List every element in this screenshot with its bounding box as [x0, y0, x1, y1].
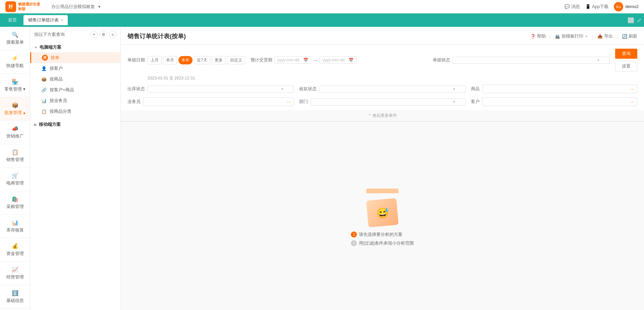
- tab-home[interactable]: 首页: [3, 15, 22, 25]
- by-salesperson-icon: 📊: [41, 98, 47, 104]
- basic-info-icon: ℹ️: [12, 290, 18, 296]
- scheme-item-by-customer[interactable]: 👤 按客户: [30, 63, 120, 74]
- scheme-item-by-customer-product[interactable]: 🔗 按客户+商品: [30, 85, 120, 95]
- date-btn-this-month[interactable]: 本月: [163, 56, 177, 64]
- sidebar-label-finance-mgmt: 资金管理: [6, 251, 24, 257]
- scheme-item-by-product[interactable]: 📦 按商品: [30, 74, 120, 85]
- user-area[interactable]: Ea demo2: [614, 2, 639, 11]
- filter-payment-status: 收款状态 ▼: [299, 86, 466, 93]
- tab-expand-icon[interactable]: ⤢: [637, 17, 641, 23]
- sidebar-item-quick-nav[interactable]: ⚡ 快捷导航: [0, 50, 30, 74]
- purchase-mgmt-icon: 🛍️: [12, 196, 18, 202]
- sidebar-item-ops-mgmt[interactable]: 📈 经营管理: [0, 262, 30, 285]
- content-area: 按以下方案查询 + ⚙ « ▼ 电脑端方案 按: [30, 27, 644, 310]
- by-salesperson-label: 按业务员: [50, 98, 67, 104]
- date-btn-last-month[interactable]: 上月: [148, 56, 162, 64]
- left-panel-add-btn[interactable]: +: [90, 31, 98, 38]
- sidebar-item-sales-mgmt[interactable]: 📋 销售管理: [0, 144, 30, 168]
- sidebar-item-basic-info[interactable]: ℹ️ 基础信息: [0, 285, 30, 309]
- sidebar-item-search-menu[interactable]: 🔍 搜索菜单: [0, 27, 30, 50]
- salesperson-select[interactable]: ···: [143, 97, 294, 106]
- department-label: 部门: [299, 99, 308, 105]
- payment-status-select[interactable]: ▼: [319, 86, 466, 93]
- pc-schemes-arrow: ▼: [34, 46, 38, 49]
- expected-date-end[interactable]: yyyy-mm-dd 📅: [320, 56, 357, 64]
- avatar: Ea: [614, 2, 623, 11]
- ship-status-label: 出库状态: [127, 86, 145, 92]
- retail-mgmt-icon: 🏪: [12, 79, 18, 85]
- empty-hint-1: 1 请先选择要分析的方案: [351, 231, 402, 238]
- filter-salesperson: 业务员 ···: [127, 97, 294, 106]
- sidebar-label-basic-info: 基础信息: [6, 298, 24, 304]
- sidebar-item-wholesale-mgmt[interactable]: 📦 批发管理 ▴: [0, 97, 30, 121]
- filter-order-status: 单据状态 ▼: [433, 57, 610, 64]
- empty-box-lid: [366, 189, 398, 193]
- left-panel-settings-btn[interactable]: ⚙: [100, 31, 107, 38]
- tab-minimize-icon[interactable]: ⬜: [628, 17, 634, 23]
- sep1: |: [550, 34, 551, 39]
- topbar-left: 好 畅捷通好生意 标版 办公用品行业模拟账套 ▼: [5, 1, 101, 12]
- query-btn[interactable]: 查询: [615, 49, 637, 59]
- empty-hint-2: 2 用[过滤]条件来缩小分析范围: [351, 240, 414, 246]
- scheme-item-by-salesperson[interactable]: 📊 按业务员: [30, 95, 120, 106]
- collapse-bar[interactable]: ⌃ 收起更多条件: [121, 110, 644, 121]
- settings-btn[interactable]: 设置: [615, 61, 637, 71]
- expected-date-start[interactable]: yyyy-mm-dd 📅: [274, 56, 311, 64]
- date-range-text: 2023-01-01 至 2023-12-31: [148, 76, 195, 81]
- page-header: 销售订单统计表(按单) ❓ 帮助 | 🖨️ 按模板打印 ▼ | 📤: [121, 27, 644, 45]
- mobile-schemes-header[interactable]: ▶ 移动端方案: [30, 119, 120, 130]
- mobile-schemes-label: 移动端方案: [39, 121, 61, 127]
- sidebar-item-purchase-mgmt[interactable]: 🛍️ 采购管理: [0, 191, 30, 215]
- pc-schemes-header[interactable]: ▼ 电脑端方案: [30, 42, 120, 52]
- marketing-icon: 📣: [12, 125, 18, 132]
- scheme-item-by-product-category[interactable]: 📋 按商品分类: [30, 106, 120, 117]
- by-product-category-icon: 📋: [41, 108, 47, 114]
- template-print-btn[interactable]: 🖨️ 按模板打印 ▼: [555, 33, 588, 39]
- pc-schemes-group: ▼ 电脑端方案 按 按单 👤 按客户 📦 按商品 🔗 按客户+: [30, 41, 120, 118]
- finance-mgmt-icon: 💰: [12, 243, 18, 249]
- app-download-btn[interactable]: 📱 App下载: [585, 4, 608, 10]
- sidebar-item-inventory[interactable]: 📊 库存核算: [0, 215, 30, 238]
- date-range-display: 2023-01-01 至 2023-12-31: [127, 75, 637, 81]
- sidebar-item-retail-mgmt[interactable]: 🏪 零售管理 ▾: [0, 74, 30, 97]
- sidebar-label-ops-mgmt: 经营管理: [6, 274, 24, 280]
- date-btn-more[interactable]: 更多: [212, 56, 226, 64]
- sep2: |: [592, 34, 593, 39]
- empty-face: 😅: [376, 206, 389, 219]
- collapse-label: 收起更多条件: [373, 113, 397, 118]
- sidebar-item-finance-mgmt[interactable]: 💰 资金管理: [0, 238, 30, 262]
- collapse-btn[interactable]: ⌃ 收起更多条件: [368, 113, 397, 118]
- date-btn-this-year[interactable]: 本年: [178, 56, 193, 64]
- tab-close-icon[interactable]: ×: [61, 18, 63, 22]
- salesperson-ellipsis: ···: [287, 99, 291, 104]
- date-btn-last-7-days[interactable]: 近7天: [194, 56, 210, 64]
- refresh-icon: 🔄: [622, 34, 627, 39]
- topbar-dropdown[interactable]: ▼: [98, 5, 101, 9]
- page-actions: ❓ 帮助 | 🖨️ 按模板打印 ▼ | 📤 导出 |: [530, 33, 637, 43]
- sidebar-item-ecom-mgmt[interactable]: 🛒 电商管理: [0, 168, 30, 191]
- scheme-item-by-order[interactable]: 按 按单: [30, 52, 120, 63]
- tab-sales-order-stats[interactable]: 销售订单统计表 ×: [23, 15, 68, 25]
- export-btn[interactable]: 📤 导出: [597, 33, 613, 39]
- product-select[interactable]: ···: [482, 85, 637, 93]
- order-status-label: 单据状态: [433, 57, 450, 63]
- sidebar-item-sys-mgmt[interactable]: ⚙️ 系统管理: [0, 309, 30, 310]
- by-customer-label: 按客户: [50, 65, 63, 71]
- customer-select[interactable]: ···: [482, 97, 637, 106]
- product-ellipsis: ···: [630, 86, 634, 92]
- left-panel-collapse-btn[interactable]: «: [109, 31, 116, 38]
- date-btn-custom[interactable]: 自定义: [227, 56, 245, 64]
- order-status-select[interactable]: ▼: [452, 57, 610, 64]
- sep3: |: [617, 34, 618, 39]
- sidebar-item-marketing[interactable]: 📣 营销推广: [0, 121, 30, 144]
- help-btn[interactable]: ❓ 帮助: [530, 33, 546, 39]
- department-select[interactable]: ▼: [311, 98, 466, 105]
- topbar-right: 💬 消息 📱 App下载 Ea demo2: [565, 2, 639, 11]
- page-title: 销售订单统计表(按单): [127, 32, 186, 44]
- ship-status-select[interactable]: ▼: [148, 86, 294, 93]
- mobile-schemes-arrow: ▶: [34, 123, 37, 126]
- refresh-btn[interactable]: 🔄 刷新: [622, 33, 637, 39]
- by-product-label: 按商品: [50, 76, 63, 82]
- left-panel-title: 按以下方案查询: [34, 32, 65, 38]
- message-btn[interactable]: 💬 消息: [565, 4, 580, 10]
